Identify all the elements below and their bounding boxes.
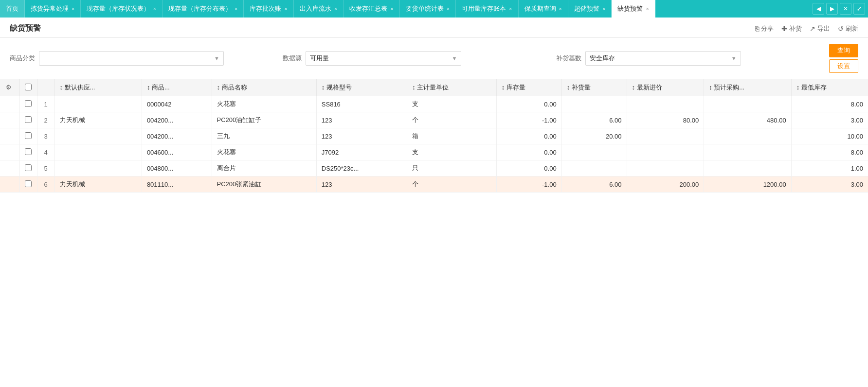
tab-expand-btn[interactable]: ⤢ — [853, 3, 865, 15]
tab-demand-stat-close[interactable]: × — [447, 6, 450, 12]
td-stock-0: 0.00 — [496, 96, 561, 112]
tab-exception[interactable]: 拣货异常处理 × — [25, 0, 81, 18]
table-row: 4 004600... 火花塞 J7092 支 0.00 8.00 — [0, 144, 868, 160]
td-supplier-3 — [54, 144, 142, 160]
page-header: 缺货预警 ⎘ 分享 ✚ 补货 ↗ 导出 ↺ 刷新 — [0, 18, 868, 38]
td-stock-4: 0.00 — [496, 160, 561, 176]
th-settings[interactable]: ⚙ — [0, 79, 19, 96]
td-name-5: PC200张紧油缸 — [212, 176, 316, 193]
td-spec-2: 123 — [316, 128, 407, 144]
td-name-2: 三九 — [212, 128, 316, 144]
td-purchase-3 — [704, 144, 791, 160]
tab-collect-summary[interactable]: 收发存汇总表 × — [344, 0, 399, 18]
category-select[interactable]: ▼ — [39, 51, 224, 66]
th-latest-price[interactable]: ↕ 最新进价 — [627, 79, 704, 96]
th-replenish-qty[interactable]: ↕ 补货量 — [561, 79, 627, 96]
tab-overstock[interactable]: 超储预警 × — [568, 0, 612, 18]
th-estimated-purchase[interactable]: ↕ 预计采购... — [704, 79, 791, 96]
th-stock-qty-label: ↕ 库存量 — [502, 83, 525, 92]
replenish-button[interactable]: ✚ 补货 — [781, 24, 802, 33]
td-spec-5: 123 — [316, 176, 407, 193]
refresh-button[interactable]: ↺ 刷新 — [838, 24, 858, 33]
tab-demand-stat[interactable]: 要货单统计表 × — [400, 0, 456, 18]
tab-home[interactable]: 首页 — [0, 0, 25, 18]
th-checkbox — [19, 79, 37, 96]
th-default-supplier[interactable]: ↕ 默认供应... — [54, 79, 142, 96]
td-name-1: PC200油缸缸子 — [212, 112, 316, 128]
th-unit[interactable]: ↕ 主计量单位 — [407, 79, 497, 96]
row-checkbox-2[interactable] — [25, 132, 32, 139]
td-purchase-5: 1200.00 — [704, 176, 791, 193]
table-row: 3 004200... 三九 123 箱 0.00 20.00 10.00 — [0, 128, 868, 144]
td-settings-3 — [0, 144, 19, 160]
th-min-stock-label: ↕ 最低库存 — [796, 83, 827, 92]
td-checkbox-0 — [19, 96, 37, 112]
main-content: 缺货预警 ⎘ 分享 ✚ 补货 ↗ 导出 ↺ 刷新 商品分类 — [0, 18, 868, 387]
category-filter-group: 商品分类 ▼ — [10, 51, 273, 66]
td-replenish-1: 6.00 — [561, 112, 627, 128]
td-purchase-2 — [704, 128, 791, 144]
td-unit-0: 支 — [407, 96, 497, 112]
td-purchase-1: 480.00 — [704, 112, 791, 128]
tab-available-ledger[interactable]: 可用量库存账本 × — [456, 0, 518, 18]
td-code-1: 004200... — [142, 112, 212, 128]
tab-inout-flow[interactable]: 出入库流水 × — [294, 0, 344, 18]
th-product-name[interactable]: ↕ 商品名称 — [212, 79, 316, 96]
row-checkbox-0[interactable] — [25, 100, 32, 107]
td-replenish-4 — [561, 160, 627, 176]
tab-expiry-query[interactable]: 保质期查询 × — [519, 0, 568, 18]
tab-inout-flow-close[interactable]: × — [334, 6, 337, 12]
td-supplier-5: 力天机械 — [54, 176, 142, 193]
row-checkbox-4[interactable] — [25, 164, 32, 171]
row-checkbox-1[interactable] — [25, 116, 32, 123]
td-replenish-0 — [561, 96, 627, 112]
th-replenish-qty-label: ↕ 补货量 — [567, 83, 591, 92]
th-latest-price-label: ↕ 最新进价 — [632, 83, 662, 92]
td-code-0: 0000042 — [142, 96, 212, 112]
th-stock-qty[interactable]: ↕ 库存量 — [496, 79, 561, 96]
th-row-num — [37, 79, 54, 96]
tab-next-btn[interactable]: ▶ — [826, 3, 838, 15]
tab-prev-btn[interactable]: ◀ — [813, 3, 824, 15]
row-checkbox-5[interactable] — [25, 180, 32, 187]
tab-inventory-dist-close[interactable]: × — [235, 6, 237, 12]
th-spec[interactable]: ↕ 规格型号 — [316, 79, 407, 96]
table-body: 1 0000042 火花塞 SS816 支 0.00 8.00 2 力天机械 0… — [0, 96, 868, 193]
th-min-stock[interactable]: ↕ 最低库存 — [791, 79, 868, 96]
tab-inventory-status[interactable]: 现存量（库存状况表） × — [81, 0, 162, 18]
td-stock-3: 0.00 — [496, 144, 561, 160]
th-default-supplier-label: ↕ 默认供应... — [60, 83, 95, 92]
td-checkbox-2 — [19, 128, 37, 144]
td-code-2: 004200... — [142, 128, 212, 144]
td-unit-2: 箱 — [407, 128, 497, 144]
th-product-code[interactable]: ↕ 商品... — [142, 79, 212, 96]
tab-close-all-btn[interactable]: ✕ — [840, 3, 851, 15]
row-checkbox-3[interactable] — [25, 148, 32, 155]
tab-inventory-status-close[interactable]: × — [153, 6, 156, 12]
tab-expiry-query-close[interactable]: × — [559, 6, 562, 12]
td-supplier-1: 力天机械 — [54, 112, 142, 128]
tab-exception-close[interactable]: × — [72, 6, 74, 12]
tab-shortage-close[interactable]: × — [646, 6, 649, 12]
table-row: 2 力天机械 004200... PC200油缸缸子 123 个 -1.00 6… — [0, 112, 868, 128]
tab-collect-summary-close[interactable]: × — [390, 6, 393, 12]
tab-overstock-close[interactable]: × — [602, 6, 605, 12]
tab-batch-account-close[interactable]: × — [284, 6, 287, 12]
td-minstock-2: 10.00 — [791, 128, 868, 144]
refresh-icon: ↺ — [838, 25, 844, 33]
select-all-checkbox[interactable] — [25, 84, 32, 90]
td-checkbox-1 — [19, 112, 37, 128]
tab-batch-account[interactable]: 库存批次账 × — [244, 0, 293, 18]
settings-button[interactable]: 设置 — [829, 59, 858, 73]
tab-available-ledger-close[interactable]: × — [509, 6, 512, 12]
td-spec-0: SS816 — [316, 96, 407, 112]
tab-inventory-dist[interactable]: 现存量（库存分布表） × — [163, 0, 244, 18]
tab-shortage[interactable]: 缺货预警 × — [612, 0, 655, 18]
datasource-select[interactable]: 可用量 ▼ — [306, 51, 461, 66]
replenish-base-select[interactable]: 安全库存 ▼ — [585, 51, 741, 66]
share-button[interactable]: ⎘ 分享 — [755, 24, 774, 33]
export-button[interactable]: ↗ 导出 — [810, 24, 830, 33]
column-settings-icon[interactable]: ⚙ — [6, 84, 14, 91]
table-header-row: ⚙ ↕ 默认供应... — [0, 79, 868, 96]
query-button[interactable]: 查询 — [829, 44, 858, 57]
